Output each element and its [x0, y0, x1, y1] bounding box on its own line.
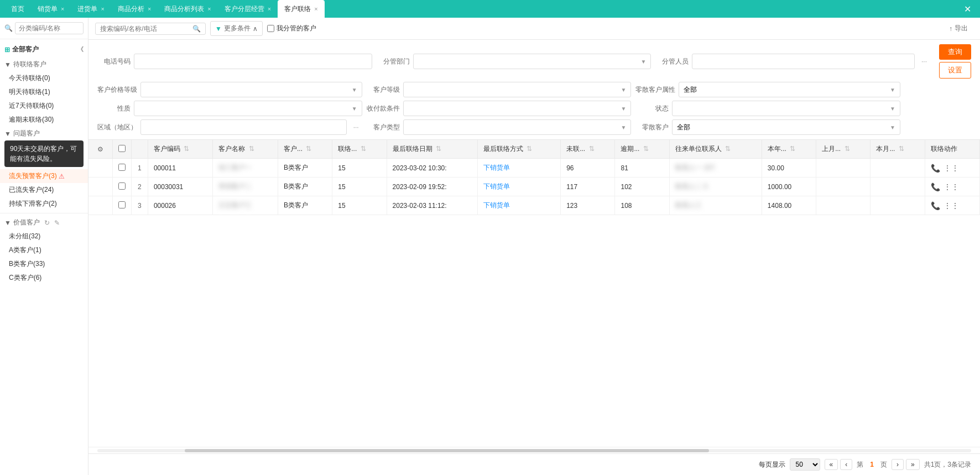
nav-tab-purchase[interactable]: 进货单 × [71, 0, 111, 18]
row1-checkbox[interactable] [118, 164, 126, 171]
row2-checkbox[interactable] [118, 182, 126, 190]
customer-level-select[interactable]: ▼ [403, 82, 632, 97]
export-button[interactable]: ↑ 导出 [943, 22, 973, 35]
th-name[interactable]: 客户名称 ⇅ [213, 140, 278, 159]
sidebar-item-ungrouped[interactable]: 未分组(32) [0, 229, 88, 243]
sidebar-item-churned[interactable]: 已流失客户(24) [0, 183, 88, 197]
sidebar-root-item[interactable]: ⊞ 全部客户 《 [0, 41, 88, 58]
sidebar-item-class-a[interactable]: A类客户(1) [0, 243, 88, 257]
sidebar-item-declining[interactable]: 持续下滑客户(2) [0, 197, 88, 211]
region-more-icon[interactable]: ··· [350, 122, 362, 132]
th-current-year[interactable]: 本年... ⇅ [762, 140, 816, 159]
close-analysis-tab-icon[interactable]: × [148, 6, 151, 12]
th-settings[interactable]: ⚙ [88, 140, 112, 159]
row2-method-link[interactable]: 下销货单 [483, 182, 510, 190]
sidebar-item-today[interactable]: 今天待联络(0) [0, 71, 88, 85]
window-close-button[interactable]: ✕ [960, 4, 976, 14]
sidebar-group-value-edit-icon[interactable]: ✎ [54, 219, 60, 227]
per-page-label: 每页显示 [759, 460, 785, 469]
setting-button[interactable]: 设置 [939, 62, 971, 79]
search-icon[interactable]: 🔍 [192, 25, 201, 33]
sidebar-item-tomorrow[interactable]: 明天待联络(1) [0, 85, 88, 99]
sort-not-contacted-icon: ⇅ [589, 145, 595, 153]
next-page-button[interactable]: › [892, 459, 904, 470]
close-analysis-list-tab-icon[interactable]: × [207, 6, 211, 12]
th-code[interactable]: 客户编码 ⇅ [148, 140, 213, 159]
sidebar-group-value-refresh-icon[interactable]: ↻ [44, 219, 50, 227]
prev-page-button[interactable]: ‹ [840, 459, 852, 470]
sidebar-search-input[interactable] [15, 22, 84, 34]
close-purchase-tab-icon[interactable]: × [101, 6, 104, 12]
row3-checkbox[interactable] [118, 201, 126, 208]
sidebar-group-pending-arrow[interactable]: ▼ [4, 61, 11, 69]
th-type[interactable]: 客户... ⇅ [278, 140, 332, 159]
nav-tab-customer-contact[interactable]: 客户联络 × [278, 0, 324, 18]
th-contact[interactable]: 联络... ⇅ [332, 140, 387, 159]
th-last-contact-method[interactable]: 最后联络方式 ⇅ [477, 140, 561, 159]
row1-action-menu-icon[interactable]: ⋮⋮ [943, 164, 959, 173]
sidebar-group-pending: ▼ 待联络客户 [0, 58, 88, 71]
last-page-button[interactable]: » [906, 459, 920, 470]
first-page-button[interactable]: « [825, 459, 838, 470]
sidebar-group-value: ▼ 价值客户 ↻ ✎ [0, 216, 88, 229]
row3-action-menu-icon[interactable]: ⋮⋮ [943, 201, 959, 210]
manager-more-icon[interactable]: ··· [918, 56, 930, 66]
horizontal-scrollbar[interactable] [88, 447, 980, 453]
td-row1-method: 下销货单 [477, 159, 561, 178]
close-customer-tier-tab-icon[interactable]: × [268, 6, 271, 12]
sidebar-item-7days[interactable]: 近7天待联络(0) [0, 99, 88, 113]
payment-select[interactable]: ▼ [403, 101, 632, 116]
th-not-contacted[interactable]: 未联... ⇅ [561, 140, 615, 159]
retail-attr-select[interactable]: 全部 ▼ [679, 82, 900, 97]
query-button[interactable]: 查询 [939, 44, 971, 60]
scroll-thumb[interactable] [185, 449, 709, 452]
search-input[interactable] [100, 25, 190, 33]
th-overdue[interactable]: 逾期... ⇅ [615, 140, 669, 159]
retail-customer-select[interactable]: 全部 ▼ [672, 119, 900, 135]
page-size-select[interactable]: 50 20 100 [790, 458, 820, 471]
row3-method-link[interactable]: 下销货单 [483, 201, 510, 209]
nature-select[interactable]: ▼ [134, 101, 362, 116]
phone-input[interactable] [134, 54, 372, 69]
customer-type-select[interactable]: ▼ [403, 119, 632, 135]
row2-action-phone-icon[interactable]: 📞 [931, 182, 940, 191]
manager-select[interactable] [692, 54, 915, 69]
close-sales-tab-icon[interactable]: × [61, 6, 64, 12]
th-last-contact-date[interactable]: 最后联络日期 ⇅ [387, 140, 477, 159]
region-input[interactable] [140, 119, 347, 135]
status-select[interactable]: ▼ [672, 101, 900, 116]
row2-action-menu-icon[interactable]: ⋮⋮ [943, 182, 959, 191]
nav-tab-analysis-list[interactable]: 商品分析列表 × [158, 0, 217, 18]
td-row2-contact: 15 [332, 178, 387, 196]
close-customer-contact-tab-icon[interactable]: × [314, 6, 317, 12]
td-row3-person: 联系人三 [669, 196, 762, 215]
select-all-checkbox[interactable] [118, 145, 126, 152]
price-level-select[interactable]: ▼ [140, 82, 362, 97]
nav-tab-analysis[interactable]: 商品分析 × [111, 0, 158, 18]
my-customers-checkbox[interactable] [267, 25, 274, 32]
sort-person-icon: ⇅ [725, 145, 731, 153]
row3-action-phone-icon[interactable]: 📞 [931, 201, 940, 210]
sidebar-item-class-b[interactable]: B类客户(33) [0, 257, 88, 271]
sidebar-item-churn-warning[interactable]: 流失预警客户(3) ⚠ [0, 169, 88, 183]
my-customers-checkbox-label[interactable]: 我分管的客户 [267, 24, 316, 33]
dept-select[interactable]: ▼ [413, 54, 651, 69]
th-this-month[interactable]: 本月... ⇅ [870, 140, 925, 159]
sort-name-icon: ⇅ [249, 145, 254, 153]
page-navigation: « ‹ 第 1 页 › » [825, 459, 920, 470]
sidebar-item-overdue[interactable]: 逾期未联络(30) [0, 113, 88, 127]
settings-gear-icon[interactable]: ⚙ [94, 145, 107, 153]
nav-tab-customer-tier[interactable]: 客户分层经营 × [218, 0, 278, 18]
sidebar-group-value-arrow[interactable]: ▼ [4, 219, 11, 227]
td-row3-last-month [816, 196, 870, 215]
row1-method-link[interactable]: 下销货单 [483, 164, 510, 171]
sidebar-group-problem-arrow[interactable]: ▼ [4, 130, 11, 138]
th-last-month[interactable]: 上月... ⇅ [816, 140, 870, 159]
nav-tab-home[interactable]: 首页 [4, 0, 31, 18]
th-contact-person[interactable]: 往来单位联系人 ⇅ [669, 140, 762, 159]
sidebar-item-class-c[interactable]: C类客户(6) [0, 271, 88, 285]
nav-tab-sales[interactable]: 销货单 × [31, 0, 71, 18]
more-conditions-button[interactable]: ▼ 更多条件 ∧ [210, 21, 263, 36]
sidebar-collapse-icon[interactable]: 《 [77, 45, 84, 54]
row1-action-phone-icon[interactable]: 📞 [931, 164, 940, 173]
